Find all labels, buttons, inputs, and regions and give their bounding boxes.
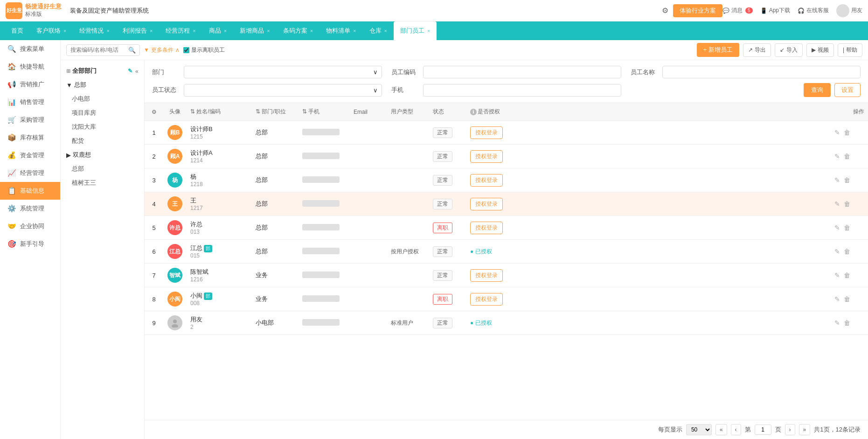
sidebar-item-nav[interactable]: 🏠 快捷导航 <box>0 58 60 76</box>
delete-icon[interactable]: 🗑 <box>844 224 850 231</box>
sidebar-item-marketing[interactable]: 📢 营销推广 <box>0 76 60 93</box>
sidebar-item-purchase[interactable]: 🛒 采购管理 <box>0 111 60 129</box>
page-input[interactable] <box>755 425 771 435</box>
show-resigned-checkbox[interactable] <box>183 47 189 53</box>
row-auth[interactable]: 授权登录 <box>466 192 522 216</box>
tab-employees[interactable]: 部门员工 × <box>394 21 437 40</box>
delete-icon[interactable]: 🗑 <box>844 272 850 279</box>
empname-input[interactable] <box>662 66 861 78</box>
edit-icon[interactable]: ✎ <box>834 153 840 160</box>
tab-warehouse[interactable]: 仓库 × <box>363 21 394 40</box>
edit-icon[interactable]: ✎ <box>834 248 840 255</box>
auth-login-button[interactable]: 授权登录 <box>470 174 503 187</box>
import-button[interactable]: ↙ 导入 <box>775 43 803 57</box>
th-phone[interactable]: ⇅ 手机 <box>299 103 350 121</box>
close-icon[interactable]: × <box>267 28 270 34</box>
sidebar-item-basic[interactable]: 📋 基础信息 <box>0 182 60 200</box>
sidebar-item-sales[interactable]: 📊 销售管理 <box>0 93 60 111</box>
show-resigned-toggle[interactable]: 显示离职员工 <box>183 46 225 54</box>
row-auth[interactable]: 授权登录 <box>466 145 522 168</box>
dept-edit-icon[interactable]: ✎ <box>128 68 132 74</box>
tab-home[interactable]: 首页 <box>5 21 30 40</box>
sidebar-item-collab[interactable]: 🤝 企业协同 <box>0 217 60 235</box>
auth-login-button[interactable]: 授权登录 <box>470 269 503 282</box>
dept-item-shenyang[interactable]: 沈阳大库 <box>61 120 144 134</box>
sidebar-item-finance[interactable]: 💰 资金管理 <box>0 146 60 164</box>
set-button[interactable]: 设置 <box>834 83 861 97</box>
edit-icon[interactable]: ✎ <box>834 176 840 184</box>
delete-icon[interactable]: 🗑 <box>844 200 850 208</box>
close-icon[interactable]: × <box>384 28 387 34</box>
last-page-button[interactable]: » <box>799 424 811 435</box>
edit-icon[interactable]: ✎ <box>834 319 840 327</box>
next-page-button[interactable]: › <box>785 424 795 435</box>
edit-icon[interactable]: ✎ <box>834 200 840 208</box>
prev-page-button[interactable]: ‹ <box>731 424 741 435</box>
msg-button[interactable]: 💬 消息 5 <box>722 7 753 14</box>
tab-history[interactable]: 经营历程 × <box>159 21 202 40</box>
sidebar-item-system[interactable]: ⚙️ 系统管理 <box>0 200 60 217</box>
close-icon[interactable]: × <box>63 28 66 34</box>
delete-icon[interactable]: 🗑 <box>844 319 850 327</box>
dept-item-xiaodiandu[interactable]: 小电部 <box>61 92 144 106</box>
auth-login-button[interactable]: 授权登录 <box>470 293 503 306</box>
dept-group-shuangluxiang[interactable]: ▶ 双鹿想 <box>61 148 144 162</box>
first-page-button[interactable]: « <box>715 424 727 435</box>
row-auth[interactable]: 授权登录 <box>466 287 522 311</box>
edit-icon[interactable]: ✎ <box>834 129 840 136</box>
dept-item-projroom[interactable]: 项目库房 <box>61 106 144 120</box>
close-icon[interactable]: × <box>427 28 430 34</box>
auth-login-button[interactable]: 授权登录 <box>470 222 503 234</box>
tab-customer[interactable]: 客户联络 × <box>30 21 73 40</box>
add-employee-button[interactable]: + 新增员工 <box>697 43 739 57</box>
tab-business[interactable]: 经营情况 × <box>73 21 116 40</box>
dept-select[interactable]: ∨ <box>184 66 382 78</box>
close-icon[interactable]: × <box>193 28 195 34</box>
sidebar-item-guide[interactable]: 🎯 新手引导 <box>0 235 60 253</box>
dept-item-plant[interactable]: 植树王三 <box>61 176 144 190</box>
empcode-input[interactable] <box>423 66 621 78</box>
dept-item-peihuo[interactable]: 配货 <box>61 134 144 148</box>
close-icon[interactable]: × <box>353 28 356 34</box>
query-button[interactable]: 查询 <box>804 83 831 97</box>
auth-login-button[interactable]: 授权登录 <box>470 126 503 139</box>
delete-icon[interactable]: 🗑 <box>844 129 850 136</box>
tab-profit[interactable]: 利润报告 × <box>116 21 159 40</box>
view-button[interactable]: ▶ 视频 <box>806 43 834 57</box>
tab-barcode[interactable]: 条码方案 × <box>277 21 319 40</box>
edit-icon[interactable]: ✎ <box>834 295 840 303</box>
filter-button[interactable]: ▼ 更多条件 ∧ <box>144 46 180 54</box>
search-box[interactable]: 🔍 <box>66 44 140 56</box>
edit-icon[interactable]: ✎ <box>834 224 840 231</box>
status-select[interactable]: ∨ <box>184 84 382 97</box>
row-auth[interactable]: 授权登录 <box>466 264 522 287</box>
sidebar-item-mgmt[interactable]: 📈 经营管理 <box>0 164 60 182</box>
tab-goods[interactable]: 商品 × <box>202 21 233 40</box>
sidebar-item-search[interactable]: 🔍 搜索菜单 <box>0 40 60 58</box>
per-page-select[interactable]: 50 20 100 <box>686 424 712 435</box>
close-icon[interactable]: × <box>150 28 153 34</box>
edit-icon[interactable]: ✎ <box>834 272 840 279</box>
delete-icon[interactable]: 🗑 <box>844 295 850 303</box>
close-icon[interactable]: × <box>106 28 109 34</box>
delete-icon[interactable]: 🗑 <box>844 153 850 160</box>
gear-icon[interactable]: ⚙ <box>662 6 668 15</box>
dept-collapse-icon[interactable]: « <box>135 68 139 75</box>
th-settings[interactable]: ⚙ <box>145 103 163 121</box>
delete-icon[interactable]: 🗑 <box>844 176 850 184</box>
app-download-button[interactable]: 📱 App下载 <box>760 7 790 14</box>
row-auth[interactable]: 授权登录 <box>466 121 522 145</box>
user-area[interactable]: 用友 <box>836 4 862 17</box>
tab-bom[interactable]: 物料清单 × <box>319 21 362 40</box>
auth-login-button[interactable]: 授权登录 <box>470 198 503 210</box>
service-button[interactable]: 🎧 在线客服 <box>798 7 829 14</box>
dept-item-zongbu[interactable]: 总部 <box>61 162 144 176</box>
th-dept[interactable]: ⇅ 部门/职位 <box>252 103 299 121</box>
delete-icon[interactable]: 🗑 <box>844 248 850 255</box>
export-button[interactable]: ↗ 导出 <box>743 43 771 57</box>
auth-login-button[interactable]: 授权登录 <box>470 150 503 163</box>
dept-group-head[interactable]: ▼ 总部 <box>61 78 144 92</box>
close-icon[interactable]: × <box>310 28 313 34</box>
close-icon[interactable]: × <box>224 28 227 34</box>
th-name[interactable]: ⇅ 姓名/编码 <box>187 103 252 121</box>
